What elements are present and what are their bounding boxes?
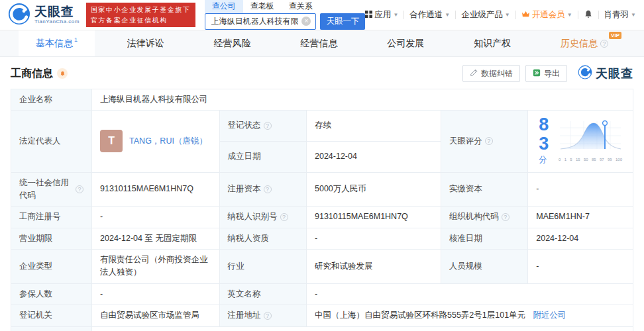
nav-separator (598, 11, 599, 19)
help-icon[interactable]: ? (600, 40, 608, 48)
tab-basic-info[interactable]: 基本信息 1 (19, 30, 95, 56)
search-button[interactable]: 天眼一下 (320, 13, 365, 30)
help-icon[interactable]: ? (76, 185, 83, 193)
watermark-text: 天眼查 (596, 66, 633, 81)
nav-vip-label: 开通会员 (532, 9, 565, 21)
main-content: 工商信息 数据纠错 导出 (0, 57, 644, 331)
tab-business-info-label: 经营信息 (301, 38, 338, 50)
caret-down-icon: ▼ (445, 12, 450, 18)
industry-value: 研究和试验发展 (307, 250, 441, 284)
tab-legal-litigation-label: 法律诉讼 (127, 38, 164, 50)
reg-status-value: 存续 (307, 111, 441, 142)
announcement-bell-icon[interactable] (57, 68, 68, 79)
taxpayer-quality-label: 纳税人资质 (219, 228, 306, 249)
tianyancha-watermark-icon (578, 65, 592, 82)
tab-history-info[interactable]: VIP 历史信息 ? (543, 30, 625, 56)
search-tab-relation[interactable]: 查关系 (282, 0, 320, 13)
table-row: 经营范围? 一般项目：技术服务、技术开发、技术咨询、技术交流、技术转让、技术推广… (11, 326, 633, 331)
reg-capital-label-text: 注册资本 (228, 183, 261, 195)
tab-operational-risk[interactable]: 经营风险 (197, 30, 268, 56)
data-correction-button[interactable]: 数据纠错 (462, 65, 520, 82)
business-info-table: 企业名称 上海纵目机器人科技有限公司 法定代表人 T TANG，RUI（唐锐） … (11, 89, 633, 331)
term-value: 2024-12-04 至 无固定期限 (92, 228, 219, 249)
address-text: 中国（上海）自由贸易试验区环科路555弄2号1层101单元 (315, 310, 525, 320)
vip-badge: VIP (609, 32, 621, 39)
reg-status-label-text: 登记状态 (228, 119, 261, 132)
tianyancha-logo[interactable]: 天眼查 TianYanCha.com (8, 3, 80, 28)
table-row: 企业名称 上海纵目机器人科技有限公司 (11, 89, 633, 111)
tab-company-development[interactable]: 公司发展 (370, 30, 441, 56)
taxpayer-id-value: 91310115MAE6M1HN7Q (307, 207, 441, 228)
search-tab-company[interactable]: 查公司 (205, 0, 243, 13)
company-name-label: 企业名称 (11, 89, 92, 111)
paid-capital-label: 实缴资本 (441, 172, 527, 207)
address-label-text: 注册地址 (228, 309, 261, 322)
address-value: 中国（上海）自由贸易试验区环科路555弄2号1层101单元 附近公司 (307, 305, 633, 326)
nav-separator (403, 11, 404, 19)
tianyancha-logo-icon (8, 3, 30, 28)
help-icon[interactable]: ? (502, 213, 510, 221)
table-row: 企业类型 有限责任公司（外商投资企业法人独资） 行业 研究和试验发展 人员规模 … (11, 250, 633, 284)
search-tab-boss[interactable]: 查老板 (243, 0, 282, 13)
nav-apps-label: 应用 (374, 9, 391, 21)
nav-cooperation-label: 合作通道 (409, 9, 443, 21)
reg-capital-label: 注册资本? (219, 172, 306, 207)
org-code-label-text: 组织机构代码 (449, 211, 499, 223)
company-page-tabs: 基本信息 1 法律诉讼 经营风险 经营信息 公司发展 知识产权 VIP 历史信息… (0, 30, 644, 57)
taxpayer-quality-value: - (307, 228, 441, 249)
help-icon[interactable]: ? (264, 122, 272, 130)
nav-apps[interactable]: 应用 ▼ (365, 9, 398, 21)
tab-business-info[interactable]: 经营信息 (284, 30, 355, 56)
nav-vip-membership[interactable]: 开通会员 ▼ (521, 9, 572, 21)
notification-bell-icon (584, 9, 593, 21)
term-label: 营业期限 (11, 228, 92, 249)
score-label-text: 天眼评分 (449, 135, 482, 148)
org-code-value: MAE6M1HN-7 (528, 207, 633, 228)
est-date-label: 成立日期 (219, 141, 306, 172)
nav-enterprise-label: 企业级产品 (461, 9, 503, 21)
help-icon[interactable]: ? (485, 137, 493, 145)
help-icon[interactable]: ? (264, 185, 272, 193)
username: 肖青羽 (604, 9, 629, 21)
export-button[interactable]: 导出 (525, 65, 567, 82)
search-tabs: 查公司 查老板 查关系 (205, 1, 366, 13)
tab-intellectual-property[interactable]: 知识产权 (456, 30, 528, 56)
gov-certification-badge: 国家中小企业发展子基金旗下 官方备案企业征信机构 (86, 3, 195, 27)
user-menu[interactable]: 肖青羽 ▼ (604, 9, 636, 21)
caret-down-icon: ▼ (631, 12, 636, 18)
staff-size-label: 人员规模 (441, 250, 527, 284)
legal-rep-label: 法定代表人 (11, 111, 92, 172)
legal-rep-avatar[interactable]: T (100, 130, 123, 152)
edit-icon (470, 69, 478, 79)
nav-separator (515, 11, 516, 19)
english-name-label: 英文名称 (219, 283, 306, 305)
clear-search-icon[interactable]: × (301, 17, 311, 26)
insured-value: - (92, 283, 219, 305)
score-label: 天眼评分? (441, 111, 527, 172)
reg-authority-value: 自由贸易试验区市场监管局 (92, 305, 219, 326)
help-icon[interactable]: ? (264, 312, 272, 320)
nearby-companies-link[interactable]: 附近公司 (533, 310, 566, 320)
export-icon (533, 69, 541, 79)
tab-intellectual-property-label: 知识产权 (474, 38, 511, 50)
est-date-value: 2024-12-04 (307, 141, 441, 172)
top-header: 天眼查 TianYanCha.com 国家中小企业发展子基金旗下 官方备案企业征… (0, 0, 644, 30)
tab-legal-litigation[interactable]: 法律诉讼 (110, 30, 182, 56)
industry-label: 行业 (219, 250, 306, 284)
staff-size-value: - (528, 250, 633, 284)
scope-label: 经营范围? (11, 326, 92, 331)
top-navigation: 应用 ▼ 合作通道 ▼ 企业级产品 ▼ 开通会员 ▼ 肖青羽 (365, 9, 636, 21)
tab-basic-info-label: 基本信息 (36, 38, 73, 50)
notification-bell[interactable] (584, 9, 593, 21)
legal-rep-link[interactable]: TANG，RUI（唐锐） (129, 135, 207, 148)
caret-down-icon: ▼ (505, 12, 510, 18)
nav-cooperation[interactable]: 合作通道 ▼ (409, 9, 450, 21)
score-value: 83 (539, 115, 549, 153)
uscc-value: 91310115MAE6M1HN7Q (92, 172, 219, 207)
search-input[interactable] (205, 13, 317, 30)
taxpayer-id-label: 纳税人识别号? (219, 207, 306, 228)
nav-enterprise-products[interactable]: 企业级产品 ▼ (461, 9, 510, 21)
table-row: 统一社会信用代码? 91310115MAE6M1HN7Q 注册资本? 5000万… (11, 172, 633, 207)
company-name-value: 上海纵目机器人科技有限公司 (92, 89, 633, 111)
help-icon[interactable]: ? (280, 213, 288, 221)
